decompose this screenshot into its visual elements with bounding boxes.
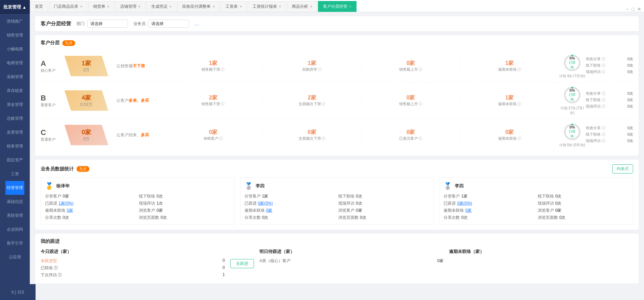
tab-label: 应收应付调整单 [182,4,211,9]
list-view-btn[interactable]: 列表式 [612,164,633,174]
goto-followup-btn[interactable]: 去跟进 [230,259,254,268]
info-icon[interactable]: ⓘ [602,126,605,130]
tier-trapezoid-A[interactable]: 1家0万 [64,56,108,76]
followup-row-label: A类（核心）客户 [259,258,291,264]
tab-controls[interactable]: − □ ✕ [623,6,644,12]
stat-item[interactable]: 0家交易频次下滑 ⓘ [263,129,362,141]
biz-row-val[interactable]: 0家 [67,208,73,213]
biz-row-val: 0次 [160,215,167,221]
tab-close-icon[interactable]: × [80,5,82,8]
stat-item[interactable]: 2家销售额下滑 ⓘ [164,94,263,107]
tab-close-icon[interactable]: × [240,5,242,8]
sidebar-item-工资[interactable]: 工资 [5,167,24,181]
info-icon[interactable]: ⓘ [221,67,224,72]
close-window-icon[interactable]: ✕ [637,6,641,12]
tab-close-icon[interactable]: × [349,5,351,8]
biz-stats-section: 业务员数据统计 九月 列表式 🥇徐泽华分管客户0家线下联络0次已跟进1家(0%)… [35,160,639,230]
biz-card-header: 🥈李四 [444,182,629,190]
info-icon[interactable]: ⓘ [517,101,521,107]
tab-close-icon[interactable]: × [213,5,215,8]
stat-item[interactable]: 2家交易频次下滑 ⓘ [263,94,362,107]
stat-num: 0家 [364,129,457,136]
minimize-icon[interactable]: − [626,6,629,12]
tier-trapezoid-C[interactable]: 0家0万 [64,125,108,145]
stat-item[interactable]: 1家销售额下滑 ⓘ [164,60,263,72]
stat-item[interactable]: 0家销售额上升 ⓘ [362,94,460,107]
sidebar-item-经营管理[interactable]: 经营管理 [5,181,24,195]
customer-tier-section: 客户分层 九月 A核心客户1家0万让销售额不下滑1家销售额下滑 ⓘ1家回购异常 … [35,35,639,156]
tab-店铺管理[interactable]: 店铺管理× [115,1,146,12]
stat-item[interactable]: 0家已激活客户 ⓘ [362,129,460,141]
restore-icon[interactable]: □ [632,6,635,12]
stat-item[interactable]: 0家销售额上升 ⓘ [362,60,460,72]
info-icon[interactable]: ⓘ [322,136,325,141]
more-filters-btn[interactable]: … [194,21,199,26]
sidebar-item-小畅电商[interactable]: 小畅电商 [5,42,24,56]
tab-close-icon[interactable]: × [138,5,141,8]
sidebar-item-电商管理[interactable]: 电商管理 [5,56,24,70]
info-icon[interactable]: ⓘ [517,67,521,72]
sidebar-item-云应用[interactable]: 云应用 [5,250,24,264]
info-icon[interactable]: ⓘ [418,67,422,72]
sidebar-item-总账管理[interactable]: 总账管理 [5,112,24,125]
info-icon[interactable]: ⓘ [219,136,223,141]
sidebar-item-销售管理[interactable]: 销售管理 [5,28,24,42]
stat-item[interactable]: 1家逾期未联络 ⓘ [460,94,559,107]
salesman-select[interactable]: 请选择 [148,20,189,28]
tab-应收应付调整单[interactable]: 应收应付调整单× [177,1,220,12]
info-icon[interactable]: ⓘ [318,67,322,72]
sidebar-item-营销推广[interactable]: 营销推广 [5,15,24,28]
sidebar-item-库存核算[interactable]: 库存核算 [5,84,24,98]
tab-close-icon[interactable]: × [170,5,172,8]
info-icon[interactable]: ⓘ [418,136,422,141]
biz-row: 现场拜访1次 [139,201,230,206]
info-icon[interactable]: ⓘ [221,101,224,107]
sidebar-item-系统管理[interactable]: 系统管理 [5,209,24,223]
tier-trapezoid-B[interactable]: 4家0.53万 [64,90,108,111]
info-icon[interactable]: ⓘ [602,70,605,74]
tab-close-icon[interactable]: × [107,5,109,8]
info-icon[interactable]: ⓘ [602,57,605,61]
sidebar-item-固定资产[interactable]: 固定资产 [5,153,24,167]
tab-生成凭证[interactable]: 生成凭证× [146,1,177,12]
sidebar-item-企业协同[interactable]: 企业协同 [5,223,24,236]
info-icon[interactable]: ⓘ [602,139,605,143]
info-icon[interactable]: ⓘ [322,101,325,107]
tab-工资统计报表[interactable]: 工资统计报表× [248,1,286,12]
info-icon[interactable]: ⓘ [602,91,605,95]
sidebar-item-采购管理[interactable]: 采购管理 [5,70,24,84]
tab-close-icon[interactable]: × [279,5,281,8]
tab-商品分析[interactable]: 商品分析× [287,1,317,12]
biz-row-val[interactable]: 0家(0%) [258,201,273,206]
biz-row-val[interactable]: 0家 [465,208,472,213]
info-icon[interactable]: ⓘ [418,101,422,107]
biz-row-val[interactable]: 0家(0%) [457,201,472,206]
sidebar-collapse-icon[interactable]: ▲ [22,5,27,10]
sidebar-item-发票管理[interactable]: 发票管理 [5,125,24,139]
stat-item[interactable]: 0家休眠客户 ⓘ [164,129,263,141]
tab-客户分层经营[interactable]: 客户分层经营× [318,1,357,12]
followup-row-val: 1 [222,272,225,278]
stat-label: 交易频次下滑 ⓘ [265,136,359,141]
tab-首页[interactable]: 首页 [30,1,48,12]
stat-item[interactable]: 0家逾期未联络 ⓘ [460,129,559,141]
tab-close-icon[interactable]: × [310,5,312,8]
dept-select[interactable]: 请选择 [87,20,128,28]
tab-工资表[interactable]: 工资表× [220,1,247,12]
stat-item[interactable]: 1家逾期未联络 ⓘ [460,60,559,72]
info-icon[interactable]: ⓘ [602,132,605,136]
info-icon[interactable]: ⓘ [602,63,605,67]
followup-row-val: 0家 [437,258,444,264]
info-icon[interactable]: ⓘ [517,136,521,141]
tab-销货单[interactable]: 销货单× [88,1,114,12]
info-icon[interactable]: ⓘ [602,104,605,108]
sidebar-item-税务管理[interactable]: 税务管理 [5,139,24,153]
sidebar-item-基础信息[interactable]: 基础信息 [5,195,24,209]
sidebar-item-新手引导[interactable]: 新手引导 [5,236,24,250]
biz-row-val[interactable]: 1家(0%) [59,201,73,206]
stat-item[interactable]: 1家回购异常 ⓘ [263,60,362,72]
tab-门店商品目录[interactable]: 门店商品目录× [49,1,87,12]
info-icon[interactable]: ⓘ [602,98,605,102]
sidebar-item-资金管理[interactable]: 资金管理 [5,98,24,112]
biz-row-val[interactable]: 0家 [266,208,273,213]
